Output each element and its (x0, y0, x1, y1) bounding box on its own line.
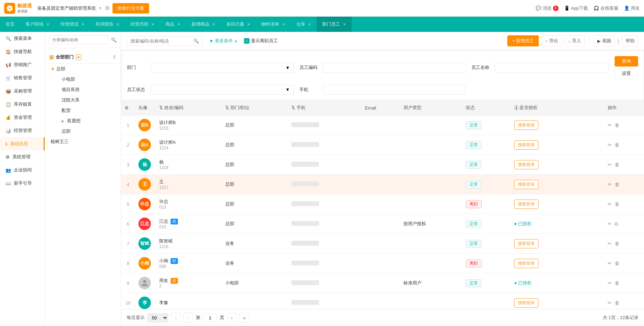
dept-item-xiaodian[interactable]: 小电部 (52, 74, 121, 85)
sidebar-item-inventory[interactable]: 📋 库存核算 (0, 98, 45, 111)
tab-home[interactable]: 首页 (0, 17, 20, 32)
tab-employee[interactable]: 部门员工✕ (317, 17, 352, 32)
dept-item-shuanglu[interactable]: ▶ 双鹿想 (52, 116, 121, 126)
edit-icon[interactable]: ✏ (608, 221, 612, 227)
show-resigned-toggle[interactable]: ✓ 显示离职员工 (244, 38, 278, 44)
sidebar-item-purchase[interactable]: 📦 采购管理 (0, 85, 45, 98)
first-page-btn[interactable]: « (171, 313, 181, 323)
auth-btn[interactable]: 授权登录 (514, 239, 538, 248)
close-icon[interactable]: ✕ (81, 22, 84, 27)
dept-item-peihuo[interactable]: 配货 (52, 105, 121, 116)
auth-btn[interactable]: 授权登录 (514, 160, 538, 169)
tab-bom[interactable]: 物料清单✕ (256, 17, 291, 32)
page-number-input[interactable] (203, 314, 217, 322)
page-size-select[interactable]: 50 100 200 (147, 313, 168, 323)
sidebar-item-system[interactable]: ⚙ 系统管理 (0, 150, 45, 164)
settings-icon[interactable]: ⚙ (125, 105, 129, 111)
filter-status-select[interactable]: ▼ (151, 85, 294, 95)
tab-new-goods[interactable]: 新增商品✕ (186, 17, 221, 32)
edit-icon[interactable]: ✏ (608, 122, 612, 128)
close-icon[interactable]: ✕ (343, 22, 346, 27)
export-btn[interactable]: ↑ 导出 (542, 35, 562, 46)
edit-icon[interactable]: ✏ (608, 182, 612, 187)
auth-btn[interactable]: 授权登录 (514, 200, 538, 209)
tab-history[interactable]: 经营历程✕ (125, 17, 160, 32)
close-icon[interactable]: ✕ (212, 22, 215, 27)
tab-barcode[interactable]: 条码方案✕ (221, 17, 256, 32)
sidebar-item-guide[interactable]: 📖 新手引导 (0, 177, 45, 190)
sidebar-item-basic[interactable]: ℹ 基础信息 (0, 137, 45, 150)
add-employee-btn[interactable]: + 新增员工 (507, 35, 539, 46)
close-icon[interactable]: ✕ (177, 22, 180, 27)
delete-icon[interactable]: 🗑 (615, 261, 619, 266)
auth-btn[interactable]: 授权登录 (514, 259, 538, 268)
dept-item-xmku[interactable]: 项目库房 (52, 85, 121, 95)
delete-icon[interactable]: 🗑 (615, 162, 619, 167)
edit-icon[interactable]: ✏ (608, 280, 612, 286)
auth-btn[interactable]: 授权登录 (514, 298, 538, 308)
dept-search-input[interactable] (49, 35, 108, 44)
dept-item-zongbu[interactable]: ▼ 总部 (45, 64, 121, 74)
filter-empname-input[interactable] (495, 63, 609, 73)
dept-item-zhushu[interactable]: 植树王三 (45, 136, 121, 147)
filter-dept-select[interactable]: ▼ (151, 63, 294, 73)
close-icon[interactable]: ✕ (282, 22, 285, 27)
edit-icon[interactable]: ✏ (608, 300, 612, 306)
auth-btn[interactable]: 授权登录 (514, 140, 538, 150)
close-icon[interactable]: ✕ (151, 22, 154, 27)
col-settings[interactable]: ⚙ (121, 100, 135, 115)
system-name-dropdown[interactable]: ▼ (99, 6, 102, 10)
search-input[interactable] (130, 38, 191, 44)
sidebar-item-marketing[interactable]: 📢 营销推广 (0, 58, 45, 71)
import-btn[interactable]: ↓ 导入 (565, 35, 585, 46)
edit-icon[interactable]: ✏ (608, 241, 612, 246)
col-phone[interactable]: ⇅ 手机 (288, 100, 361, 115)
more-conditions-btn[interactable]: ▼ 更多条件 ∧ (206, 36, 241, 46)
collapse-icon[interactable]: 《 (110, 54, 117, 61)
sidebar-item-nav[interactable]: 🏠 快捷导航 (0, 45, 45, 58)
sidebar-item-search[interactable]: 🔍 搜索菜单 (0, 32, 45, 45)
tab-customer[interactable]: 客户联络✕ (20, 17, 55, 32)
dept-item-shenyang[interactable]: 沈阳大库 (52, 95, 121, 105)
tab-goods[interactable]: 商品✕ (160, 17, 186, 32)
online-service-btn[interactable]: 🎧 在线客服 (593, 5, 618, 11)
auth-btn[interactable]: 授权登录 (514, 180, 538, 189)
col-name[interactable]: ⇅ 姓名/编码 (156, 100, 222, 115)
message-btn[interactable]: 💬 消息 6 (536, 5, 559, 11)
edit-dept-icon[interactable]: ✏ (76, 54, 81, 60)
dept-search-icon[interactable]: 🔍 (111, 37, 117, 43)
sidebar-item-sales[interactable]: 🛒 销售管理 (0, 71, 45, 85)
delete-icon[interactable]: 🗑 (615, 280, 619, 286)
delete-icon[interactable]: 🗑 (615, 142, 619, 148)
delete-icon[interactable]: 🗑 (615, 122, 619, 128)
edit-icon[interactable]: ✏ (608, 261, 612, 266)
last-page-btn[interactable]: » (239, 313, 249, 323)
help-btn[interactable]: 帮助 (622, 35, 638, 46)
filter-phone-input[interactable] (323, 85, 466, 95)
user-btn[interactable]: 👤 用友 (624, 5, 640, 11)
tab-warehouse[interactable]: 仓库✕ (291, 17, 317, 32)
col-dept[interactable]: ⇅ 部门/职位 (222, 100, 288, 115)
query-btn[interactable]: 查询 (615, 56, 638, 67)
reset-btn[interactable]: 设置 (615, 68, 638, 79)
copy-icon[interactable]: ⧉ (615, 221, 618, 227)
delete-icon[interactable]: 🗑 (615, 241, 619, 246)
close-icon[interactable]: ✕ (46, 22, 49, 27)
filter-empcode-input[interactable] (323, 63, 466, 73)
dept-item-zongbu2[interactable]: 总部 (52, 126, 121, 136)
tab-operation[interactable]: 经营情况✕ (55, 17, 90, 32)
tab-profit[interactable]: 利润报告✕ (90, 17, 125, 32)
close-icon[interactable]: ✕ (308, 22, 311, 27)
dept-all[interactable]: ⊞ 全部部门 ✏ 《 (45, 51, 121, 64)
delete-icon[interactable]: 🗑 (615, 182, 619, 187)
prev-page-btn[interactable]: ‹ (183, 313, 193, 323)
delete-icon[interactable]: 🗑 (615, 201, 619, 207)
app-download-btn[interactable]: 📱 App下载 (564, 5, 588, 11)
trial-button[interactable]: 体验行业方案 (112, 3, 149, 14)
edit-icon[interactable]: ✏ (608, 142, 612, 148)
delete-icon[interactable]: 🗑 (615, 300, 619, 306)
edit-icon[interactable]: ✏ (608, 162, 612, 167)
sidebar-item-collab[interactable]: 👥 企业协同 (0, 164, 45, 177)
edit-icon[interactable]: ✏ (608, 201, 612, 207)
video-btn[interactable]: ▶ 视频 (593, 35, 615, 46)
